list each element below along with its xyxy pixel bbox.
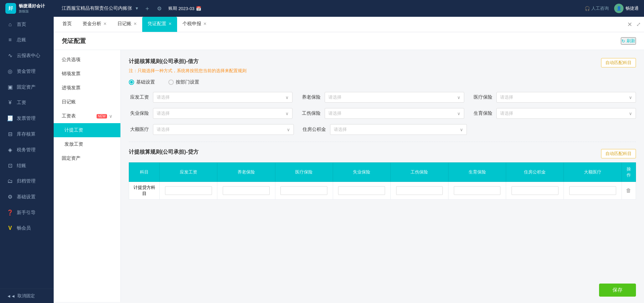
select-housing-fund[interactable]: 请选择 ∨ <box>330 124 467 135</box>
radio-basic-settings[interactable]: 基础设置 <box>129 79 155 85</box>
tab-voucher-config[interactable]: 凭证配置 ✕ <box>142 17 177 32</box>
select-injury[interactable]: 请选择 ∨ <box>325 108 464 119</box>
th-unemployment: 失业保险 <box>333 163 390 182</box>
panel-layout: 公共选项 销项发票 进项发票 日记账 工资表 NEW ∨ 计提工资 发放工资 固… <box>54 50 644 302</box>
consult-button[interactable]: 🎧 人工咨询 <box>585 5 609 11</box>
nav-item-sales-invoice[interactable]: 销项发票 <box>54 67 120 81</box>
td-gross-salary-val <box>160 182 217 200</box>
select-housing-fund-arrow-icon: ∨ <box>460 127 463 132</box>
tab-journal[interactable]: 日记账 ✕ <box>112 17 142 32</box>
field-medical: 医疗保险 请选择 ∨ <box>472 92 636 103</box>
select-large-medical-arrow-icon: ∨ <box>287 127 290 132</box>
expand-icon[interactable]: ⤢ <box>636 21 641 28</box>
settings-icon[interactable]: ⚙ <box>157 5 162 12</box>
refresh-button[interactable]: ↻ 刷新 <box>621 37 636 45</box>
sidebar-item-tax[interactable]: ◈ 税务管理 <box>0 142 54 158</box>
select-unemployment[interactable]: 请选择 ∨ <box>153 108 292 119</box>
tax-icon: ◈ <box>7 147 13 153</box>
form-row-2: 失业保险 请选择 ∨ 工伤保险 请选择 <box>129 108 636 119</box>
sidebar-item-ledger[interactable]: ≡ 总账 <box>0 32 54 48</box>
td-medical-val <box>275 182 333 200</box>
nav-item-purchase-invoice[interactable]: 进项发票 <box>54 81 120 95</box>
sidebar-item-funds[interactable]: ◎ 资金管理 <box>0 63 54 79</box>
tab-close-funds[interactable]: ✕ <box>103 21 107 26</box>
form-row-1: 应发工资 请选择 ∨ 养老保险 请选择 <box>129 92 636 103</box>
select-medical-arrow-icon: ∨ <box>629 95 632 100</box>
td-delete: 🗑 <box>622 182 636 200</box>
sidebar-item-assets[interactable]: ▣ 固定资产 <box>0 79 54 95</box>
tab-home[interactable]: 首页 <box>57 17 77 32</box>
archive-icon: 🗂 <box>7 178 13 184</box>
save-button[interactable]: 保存 <box>599 284 636 297</box>
input-unemployment-credit[interactable] <box>338 186 385 195</box>
sidebar-item-inventory[interactable]: ⊟ 库存核算 <box>0 126 54 142</box>
close-all-tabs-icon[interactable]: ✕ <box>627 21 632 28</box>
radio-dot-basic <box>130 81 133 84</box>
select-arrow-icon: ∨ <box>285 95 289 100</box>
section2-auto-match-button[interactable]: 自动匹配科目 <box>601 149 636 158</box>
inventory-icon: ⊟ <box>7 131 13 137</box>
select-medical[interactable]: 请选择 ∨ <box>496 92 636 103</box>
sidebar-item-reports[interactable]: ∿ 云报表中心 <box>0 48 54 63</box>
ledger-icon: ≡ <box>7 37 13 43</box>
company-name[interactable]: 江西服宝精品有限责任公司内账张 ▼ ＋ ⚙ 账期 2023-03 📅 <box>62 4 585 12</box>
table-row: 计提贷方科目 <box>129 182 636 200</box>
tab-bar: 首页 资金分析 ✕ 日记账 ✕ 凭证配置 ✕ 个税申报 ✕ ✕ ⤢ <box>54 17 644 32</box>
nav-item-pay-salary[interactable]: 发放工资 <box>54 137 120 151</box>
sidebar-item-guide[interactable]: ❓ 新手引导 <box>0 205 54 220</box>
tab-close-tax[interactable]: ✕ <box>203 21 207 26</box>
sidebar-item-vip[interactable]: V 畅会员 <box>0 220 54 236</box>
input-housing-fund-credit[interactable] <box>512 186 558 195</box>
select-pension[interactable]: 请选择 ∨ <box>325 92 464 103</box>
logo-icon: 好 <box>5 3 16 14</box>
th-gross-salary: 应发工资 <box>160 163 217 182</box>
input-pension-credit[interactable] <box>223 186 270 195</box>
input-maternity-credit[interactable] <box>454 186 501 195</box>
input-medical-credit[interactable] <box>280 186 327 195</box>
select-large-medical[interactable]: 请选择 ∨ <box>153 124 294 135</box>
tab-funds-analysis[interactable]: 资金分析 ✕ <box>77 17 112 32</box>
expand-arrow-icon: ∨ <box>109 113 112 119</box>
tab-close-journal[interactable]: ✕ <box>133 21 137 26</box>
cancel-fixed-icon: ◄◄ <box>7 294 15 299</box>
field-unemployment: 失业保险 请选择 ∨ <box>129 108 292 119</box>
assets-icon: ▣ <box>7 84 13 90</box>
section1-auto-match-button[interactable]: 自动匹配科目 <box>601 58 636 67</box>
select-injury-arrow-icon: ∨ <box>457 111 461 116</box>
sidebar-item-settings[interactable]: ⚙ 基础设置 <box>0 189 54 205</box>
radio-dept-settings[interactable]: 按部门设置 <box>168 79 199 85</box>
tab-close-voucher[interactable]: ✕ <box>168 21 172 26</box>
content-area: 首页 资金分析 ✕ 日记账 ✕ 凭证配置 ✕ 个税申报 ✕ ✕ ⤢ <box>54 17 644 303</box>
company-dropdown-icon[interactable]: ▼ <box>135 6 139 11</box>
nav-item-payroll-table[interactable]: 工资表 NEW ∨ <box>54 109 120 123</box>
user-menu[interactable]: 👤 畅捷通 <box>614 4 639 13</box>
td-injury-val <box>390 182 448 200</box>
tab-bar-controls: ✕ ⤢ <box>627 17 641 32</box>
select-maternity[interactable]: 请选择 ∨ <box>496 108 636 119</box>
page-content: 凭证配置 ↻ 刷新 公共选项 销项发票 进项发票 日记账 工资表 <box>54 32 644 303</box>
sidebar-item-invoice[interactable]: 🧾 发票管理 <box>0 110 54 126</box>
radio-circle-basic <box>129 80 134 85</box>
logo-text: 畅捷通好会计 旗舰版 <box>19 3 45 14</box>
add-company-icon[interactable]: ＋ <box>144 4 150 12</box>
delete-row-button[interactable]: 🗑 <box>626 188 631 193</box>
main-form-wrapper: 计提核算规则(公司承担)-借方 注：只能选择一种方式，系统将按照您当前的选择来配… <box>121 50 644 302</box>
sidebar-item-archive[interactable]: 🗂 归档管理 <box>0 173 54 189</box>
field-maternity: 生育保险 请选择 ∨ <box>472 108 636 119</box>
select-unemployment-arrow-icon: ∨ <box>285 111 289 116</box>
nav-item-journal[interactable]: 日记账 <box>54 95 120 109</box>
th-large-medical: 大额医疗 <box>564 163 622 182</box>
nav-item-public-options[interactable]: 公共选项 <box>54 53 120 67</box>
field-housing-fund: 住房公积金 请选择 ∨ <box>302 124 467 135</box>
sidebar-item-closing[interactable]: ⊡ 结账 <box>0 158 54 173</box>
input-gross-salary-credit[interactable] <box>165 186 212 195</box>
sidebar-item-salary[interactable]: ¥ 工资 <box>0 95 54 110</box>
select-gross-salary[interactable]: 请选择 ∨ <box>153 92 292 103</box>
input-large-medical-credit[interactable] <box>569 186 616 195</box>
cancel-fixed-button[interactable]: ◄◄ 取消固定 <box>0 289 54 303</box>
tab-tax-return[interactable]: 个税申报 ✕ <box>177 17 212 32</box>
input-injury-credit[interactable] <box>396 186 443 195</box>
nav-item-accrue-payroll[interactable]: 计提工资 <box>54 123 120 137</box>
nav-item-fixed-assets[interactable]: 固定资产 <box>54 151 120 165</box>
sidebar-item-home[interactable]: ⌂ 首页 <box>0 17 54 32</box>
